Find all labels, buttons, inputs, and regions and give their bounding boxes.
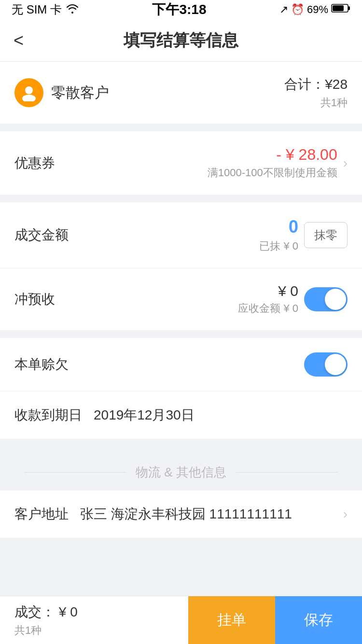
status-left: 无 SIM 卡: [12, 2, 79, 17]
address-row[interactable]: 客户地址 张三 海淀永丰科技园 11111111111 ›: [0, 490, 362, 538]
transaction-text: 0 已抹 ¥ 0: [259, 217, 298, 253]
credit-right: [304, 352, 348, 377]
transaction-row: 成交金额 0 已抹 ¥ 0 抹零: [0, 202, 362, 268]
due-date-value[interactable]: 2019年12月30日: [94, 406, 195, 424]
divider-4: [0, 439, 362, 447]
svg-point-3: [25, 86, 33, 94]
prepay-sub: 应收金额 ¥ 0: [238, 301, 298, 316]
transaction-value[interactable]: 0: [259, 217, 298, 237]
credit-section: 本单赊欠 收款到期日 2019年12月30日: [0, 338, 362, 439]
back-button[interactable]: <: [14, 30, 24, 51]
svg-point-4: [22, 95, 36, 101]
coupon-right: - ¥ 28.00 满1000-100不限制使用金额 ›: [208, 146, 348, 180]
carrier-label: 无 SIM 卡: [12, 2, 62, 17]
customer-row: 零散客户 合计：¥28 共1种: [0, 62, 362, 124]
transaction-label: 成交金额: [14, 226, 69, 244]
prepay-label: 冲预收: [14, 290, 55, 308]
prepay-amount: ¥ 0: [238, 283, 298, 299]
customer-section: 零散客户 合计：¥28 共1种: [0, 62, 362, 124]
coupon-label: 优惠券: [14, 154, 55, 172]
battery-label: 69%: [307, 3, 328, 16]
nav-bar: < 填写结算等信息: [0, 19, 362, 62]
credit-label: 本单赊欠: [14, 355, 69, 374]
transaction-section: 成交金额 0 已抹 ¥ 0 抹零 冲预收 ¥ 0 应收金额 ¥ 0: [0, 202, 362, 330]
coupon-description: 满1000-100不限制使用金额: [208, 166, 337, 180]
coupon-amount: - ¥ 28.00: [208, 146, 337, 164]
customer-total: 合计：¥28 共1种: [284, 75, 348, 110]
save-button[interactable]: 保存: [275, 596, 362, 644]
customer-avatar: [14, 78, 43, 107]
customer-total-amount: 合计：¥28: [284, 75, 348, 94]
due-date-row: 收款到期日 2019年12月30日: [0, 392, 362, 439]
divider-3: [0, 330, 362, 338]
customer-name: 零散客户: [51, 83, 109, 103]
address-chevron-icon: ›: [343, 506, 348, 522]
credit-toggle-thumb: [325, 354, 346, 375]
prepay-toggle[interactable]: [304, 287, 348, 311]
prepay-right: ¥ 0 应收金额 ¥ 0: [238, 283, 348, 316]
wifi-icon: [66, 3, 79, 16]
credit-row: 本单赊欠: [0, 338, 362, 392]
logistics-divider-left: [24, 472, 126, 473]
prepay-row: 冲预收 ¥ 0 应收金额 ¥ 0: [0, 268, 362, 330]
bottom-summary-amount: 成交： ¥ 0: [14, 603, 174, 621]
pending-button[interactable]: 挂单: [188, 596, 275, 644]
divider-1: [0, 124, 362, 131]
svg-rect-2: [333, 5, 344, 11]
logistics-section-header: 物流 & 其他信息: [0, 454, 362, 490]
svg-rect-1: [348, 6, 350, 10]
logistics-divider-right: [236, 472, 338, 473]
battery-icon: [331, 3, 350, 16]
address-label: 客户地址: [14, 505, 69, 523]
customer-total-count: 共1种: [284, 96, 348, 110]
status-right: ↗ ⏰ 69%: [279, 3, 350, 16]
address-section: 客户地址 张三 海淀永丰科技园 11111111111 ›: [0, 490, 362, 538]
credit-toggle[interactable]: [304, 352, 348, 377]
address-value: 张三 海淀永丰科技园 11111111111: [80, 505, 343, 523]
due-date-label: 收款到期日: [14, 406, 82, 424]
transaction-right: 0 已抹 ¥ 0 抹零: [259, 217, 348, 253]
prepay-text: ¥ 0 应收金额 ¥ 0: [238, 283, 298, 316]
toggle-thumb: [325, 289, 346, 310]
divider-2: [0, 195, 362, 202]
transaction-sub: 已抹 ¥ 0: [259, 239, 298, 253]
page-title: 填写结算等信息: [124, 29, 238, 52]
status-bar: 无 SIM 卡 下午3:18 ↗ ⏰ 69%: [0, 0, 362, 19]
alarm-icon: ⏰: [291, 3, 304, 16]
chevron-right-icon: ›: [343, 155, 348, 171]
location-icon: ↗: [279, 3, 288, 16]
bottom-summary-count: 共1种: [14, 623, 174, 638]
coupon-row[interactable]: 优惠券 - ¥ 28.00 满1000-100不限制使用金额 ›: [0, 131, 362, 195]
logistics-label: 物流 & 其他信息: [136, 464, 226, 481]
bottom-summary: 成交： ¥ 0 共1种: [0, 603, 188, 638]
main-content: 零散客户 合计：¥28 共1种 优惠券 - ¥ 28.00 满1000-100不…: [0, 62, 362, 644]
coupon-text: - ¥ 28.00 满1000-100不限制使用金额: [208, 146, 337, 180]
customer-left: 零散客户: [14, 78, 109, 107]
round-zero-button[interactable]: 抹零: [304, 222, 348, 248]
coupon-section: 优惠券 - ¥ 28.00 满1000-100不限制使用金额 ›: [0, 131, 362, 195]
status-time: 下午3:18: [152, 0, 206, 19]
bottom-bar: 成交： ¥ 0 共1种 挂单 保存: [0, 596, 362, 644]
